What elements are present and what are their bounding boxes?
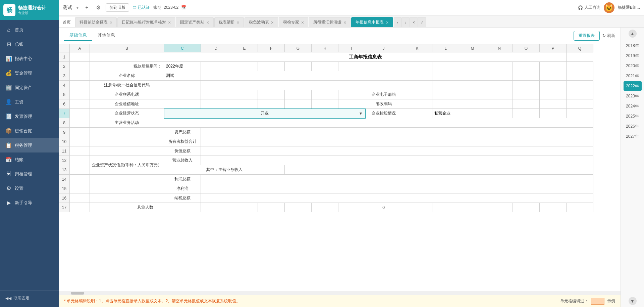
- cell-4c[interactable]: [164, 81, 201, 90]
- cell-17l[interactable]: [432, 203, 459, 212]
- tab-prev-button[interactable]: ‹: [394, 17, 402, 27]
- tab-close-icon[interactable]: ×: [343, 20, 346, 25]
- cell-17d[interactable]: [201, 203, 231, 212]
- year-item-2027[interactable]: 2027年: [624, 132, 642, 141]
- year-item-2024[interactable]: 2024年: [624, 101, 642, 111]
- tab-home[interactable]: 首页: [59, 17, 75, 27]
- form-tab-basic[interactable]: 基础信息: [64, 30, 92, 41]
- cell-9c[interactable]: 资产总额: [164, 128, 201, 137]
- sidebar-item-salary[interactable]: 👤 工资: [0, 95, 59, 109]
- cell-12b[interactable]: 企业资产状况信息(币种：人民币万元）: [90, 156, 164, 175]
- row-header-6[interactable]: 6: [59, 99, 70, 109]
- row-header-15[interactable]: 15: [59, 184, 70, 193]
- cell-11a[interactable]: [70, 146, 90, 156]
- cell-6e[interactable]: [231, 99, 258, 109]
- cell-2g[interactable]: [285, 62, 312, 71]
- cell-12c[interactable]: 营业总收入: [164, 156, 201, 165]
- cell-6c[interactable]: [164, 99, 201, 109]
- cell-3c[interactable]: 测试: [164, 71, 201, 81]
- cell-7n[interactable]: [486, 109, 513, 118]
- cell-6n[interactable]: [486, 99, 513, 109]
- cell-5o[interactable]: [513, 90, 540, 99]
- tab-close-icon[interactable]: ×: [206, 20, 209, 25]
- reset-report-button[interactable]: 重置报表: [574, 31, 600, 41]
- row-header-1[interactable]: 1: [59, 52, 70, 62]
- col-header-f[interactable]: F: [258, 44, 285, 52]
- cell-6h[interactable]: [312, 99, 338, 109]
- cell-7j[interactable]: 企业控股情况: [365, 109, 402, 118]
- cell-9b[interactable]: [90, 128, 164, 137]
- cell-3d[interactable]: [201, 71, 365, 81]
- cell-7o[interactable]: [513, 109, 540, 118]
- cell-6m[interactable]: [459, 99, 486, 109]
- cell-6j[interactable]: 邮政编码: [365, 99, 402, 109]
- cell-11d[interactable]: [201, 146, 593, 156]
- col-header-j[interactable]: J: [365, 44, 402, 52]
- cell-6q[interactable]: [567, 99, 593, 109]
- year-item-2023[interactable]: 2023年: [624, 91, 642, 101]
- col-header-a[interactable]: A: [70, 44, 90, 52]
- cell-1b[interactable]: [90, 52, 164, 62]
- cell-4l[interactable]: [432, 81, 459, 90]
- cell-14c[interactable]: 利润总额: [164, 175, 201, 184]
- col-header-g[interactable]: G: [285, 44, 312, 52]
- cell-5q[interactable]: [567, 90, 593, 99]
- cell-3p[interactable]: [540, 71, 567, 81]
- tab-journal[interactable]: 日记账与银行对账单核对 ×: [117, 17, 175, 27]
- cell-7m[interactable]: [459, 109, 486, 118]
- cell-8c[interactable]: [164, 118, 593, 128]
- cell-2b[interactable]: 税款所属期间：: [90, 62, 164, 71]
- cell-17k[interactable]: [402, 203, 432, 212]
- cell-5j[interactable]: 企业电子邮箱: [365, 90, 402, 99]
- dropdown-icon[interactable]: ▼: [75, 5, 79, 10]
- col-header-k[interactable]: K: [402, 44, 432, 52]
- spreadsheet-scroll[interactable]: A B C D E F G H I J: [59, 44, 621, 291]
- col-header-p[interactable]: P: [540, 44, 567, 52]
- tab-close-icon[interactable]: ×: [110, 20, 112, 25]
- col-header-h[interactable]: H: [312, 44, 338, 52]
- cell-17f[interactable]: [258, 203, 285, 212]
- cell-4a[interactable]: [70, 81, 90, 90]
- cell-6b[interactable]: 企业通信地址: [90, 99, 164, 109]
- tab-close-icon[interactable]: ×: [301, 20, 304, 25]
- cell-10d[interactable]: [201, 137, 593, 146]
- row-header-10[interactable]: 10: [59, 137, 70, 146]
- cell-12d[interactable]: [201, 156, 593, 165]
- cell-7p[interactable]: [540, 109, 567, 118]
- cell-17m[interactable]: [459, 203, 486, 212]
- sidebar-item-archive[interactable]: 🗄 归档管理: [0, 167, 59, 181]
- col-header-l[interactable]: L: [432, 44, 459, 52]
- cell-4k[interactable]: [402, 81, 432, 90]
- horizontal-scrollbar[interactable]: [59, 291, 621, 295]
- row-header-13[interactable]: 13: [59, 165, 70, 175]
- row-header-7[interactable]: 7: [59, 109, 70, 118]
- switch-version-button[interactable]: 切到旧版: [106, 3, 129, 12]
- cell-10c[interactable]: 所有者权益合计: [164, 137, 201, 146]
- cell-5f[interactable]: [258, 90, 285, 99]
- cell-5m[interactable]: [459, 90, 486, 99]
- cell-17a[interactable]: [70, 203, 90, 212]
- cell-7a[interactable]: [70, 109, 90, 118]
- tab-annual[interactable]: 年报信息申报表 ×: [351, 17, 393, 27]
- tab-close-icon[interactable]: ×: [168, 20, 171, 25]
- refresh-button[interactable]: ↻ 刷新: [602, 33, 615, 39]
- row-header-9[interactable]: 9: [59, 128, 70, 137]
- cell-4m[interactable]: [459, 81, 486, 90]
- row-header-14[interactable]: 14: [59, 175, 70, 184]
- topbar-settings-button[interactable]: ⚙: [94, 4, 102, 12]
- cell-4j[interactable]: [365, 81, 402, 90]
- cell-2f[interactable]: [258, 62, 285, 71]
- cell-17g[interactable]: [285, 203, 312, 212]
- cell-13a[interactable]: [70, 165, 90, 175]
- cell-5c[interactable]: [164, 90, 201, 99]
- cell-4q[interactable]: [567, 81, 593, 90]
- tab-auxiliary[interactable]: 科目辅助余额表 ×: [75, 17, 117, 27]
- year-item-2026[interactable]: 2026年: [624, 122, 642, 131]
- tab-close-icon[interactable]: ×: [271, 20, 274, 25]
- cell-6f[interactable]: [258, 99, 285, 109]
- col-header-o[interactable]: O: [513, 44, 540, 52]
- cell-1c-title[interactable]: 工商年报信息表: [164, 52, 567, 62]
- cell-2k[interactable]: [402, 62, 432, 71]
- col-header-i[interactable]: I: [338, 44, 365, 52]
- cell-14d[interactable]: [201, 175, 593, 184]
